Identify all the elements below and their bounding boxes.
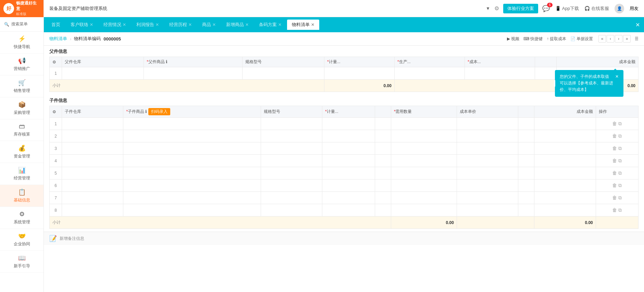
delete-icon[interactable]: 🗑	[612, 207, 617, 213]
sidebar-item-enterprise[interactable]: 🤝 企业协同	[0, 229, 44, 251]
dropdown-button[interactable]: ▼	[486, 6, 490, 11]
sidebar-item-purchase[interactable]: 📦 采购管理	[0, 97, 44, 119]
child-cell-unit[interactable]	[322, 204, 375, 217]
tab-close-icon[interactable]: ✕	[278, 22, 282, 27]
parent-cell-produce[interactable]	[394, 67, 465, 80]
child-cell-qty[interactable]	[391, 204, 457, 217]
child-cell-qty[interactable]	[391, 167, 457, 179]
tab-new-goods[interactable]: 新增商品 ✕	[221, 20, 253, 30]
child-cell-goods[interactable]	[123, 155, 261, 167]
sidebar-item-quick-nav[interactable]: ⚡ 快捷导航	[0, 32, 44, 54]
first-page-button[interactable]: «	[598, 35, 606, 43]
child-col-settings[interactable]: ⚙	[50, 106, 62, 118]
copy-icon[interactable]: ⧉	[618, 133, 622, 139]
child-cell-unit-cost[interactable]	[457, 118, 518, 130]
sidebar-item-inventory[interactable]: 🗃 库存核算	[0, 119, 44, 141]
delete-icon[interactable]: 🗑	[612, 195, 617, 201]
prev-page-button[interactable]: ‹	[607, 35, 614, 43]
sidebar-item-sales[interactable]: 🛒 销售管理	[0, 75, 44, 97]
tab-close-icon[interactable]: ✕	[123, 22, 126, 27]
delete-icon[interactable]: 🗑	[612, 145, 617, 151]
shortcut-button[interactable]: ⌨ 快捷键	[523, 36, 543, 42]
child-cell-goods[interactable]	[123, 179, 261, 192]
child-cell-unit[interactable]	[322, 167, 375, 179]
copy-icon[interactable]: ⧉	[618, 170, 622, 176]
sidebar-item-basic-info[interactable]: 📋 基础信息	[0, 185, 44, 207]
child-cell-spec[interactable]	[261, 130, 322, 142]
child-cell-goods[interactable]	[123, 167, 261, 179]
tab-close-icon[interactable]: ✕	[245, 22, 249, 27]
child-cell-unit[interactable]	[322, 179, 375, 192]
copy-icon[interactable]: ⧉	[618, 207, 622, 213]
child-cell-spec[interactable]	[261, 142, 322, 155]
child-cell-spec[interactable]	[261, 192, 322, 204]
view-video-button[interactable]: ▶ 视频	[507, 36, 519, 42]
tab-close-icon[interactable]: ✕	[212, 22, 216, 27]
trial-button[interactable]: 体验行业方案	[503, 4, 538, 13]
sidebar-item-marketing[interactable]: 📢 营销推广	[0, 54, 44, 75]
app-download-button[interactable]: 📱 App下载	[555, 5, 579, 12]
sidebar-item-finance[interactable]: 💰 资金管理	[0, 141, 44, 163]
delete-icon[interactable]: 🗑	[612, 170, 617, 176]
child-cell-warehouse[interactable]	[62, 130, 123, 142]
child-cell-unit-cost[interactable]	[457, 142, 518, 155]
child-cell-goods[interactable]	[123, 142, 261, 155]
tooltip-close-button[interactable]: ✕	[615, 73, 619, 80]
copy-icon[interactable]: ⧉	[618, 121, 622, 127]
child-cell-qty[interactable]	[391, 192, 457, 204]
delete-icon[interactable]: 🗑	[612, 121, 617, 127]
close-all-tabs-icon[interactable]: ✕	[634, 20, 641, 30]
child-cell-goods[interactable]	[123, 192, 261, 204]
add-note-icon[interactable]: 📝	[49, 235, 57, 242]
child-cell-unit[interactable]	[322, 142, 375, 155]
child-cell-qty[interactable]	[391, 118, 457, 130]
user-area[interactable]: 👤	[615, 4, 624, 13]
message-area[interactable]: 💬 6	[542, 5, 550, 12]
parent-cell-warehouse[interactable]	[62, 67, 144, 80]
child-cell-unit[interactable]	[322, 130, 375, 142]
sidebar-item-system[interactable]: ⚙ 系统管理	[0, 207, 44, 229]
child-cell-unit[interactable]	[322, 118, 375, 130]
scan-input-button[interactable]: 扫码录入	[148, 108, 170, 115]
parent-col-settings[interactable]: ⚙	[50, 57, 62, 67]
child-cell-goods[interactable]	[123, 130, 261, 142]
last-page-button[interactable]: »	[623, 35, 631, 43]
child-cell-unit-cost[interactable]	[457, 179, 518, 192]
tab-barcode[interactable]: 条码方案 ✕	[254, 20, 286, 30]
parent-cell-spec[interactable]	[242, 67, 324, 80]
child-cell-unit-cost[interactable]	[457, 192, 518, 204]
child-cell-warehouse[interactable]	[62, 192, 123, 204]
child-cell-unit-cost[interactable]	[457, 167, 518, 179]
copy-icon[interactable]: ⧉	[618, 145, 622, 151]
child-cell-warehouse[interactable]	[62, 204, 123, 217]
tab-close-icon[interactable]: ✕	[156, 22, 159, 27]
child-cell-unit-cost[interactable]	[457, 155, 518, 167]
child-cell-warehouse[interactable]	[62, 179, 123, 192]
delete-icon[interactable]: 🗑	[612, 158, 617, 164]
search-area[interactable]: 🔍 搜索菜单	[0, 17, 44, 32]
single-setting-button[interactable]: 📄 单据设置	[570, 36, 593, 42]
online-support-button[interactable]: 🎧 在线客服	[584, 5, 609, 12]
delete-icon[interactable]: 🗑	[612, 183, 617, 188]
parent-cell-cost[interactable]	[465, 67, 535, 80]
tab-profit[interactable]: 利润报告 ✕	[132, 20, 164, 30]
tab-bom[interactable]: 物料清单 ✕	[287, 20, 319, 30]
child-cell-spec[interactable]	[261, 179, 322, 192]
child-cell-unit[interactable]	[322, 192, 375, 204]
expand-icon-button[interactable]: ☰	[635, 36, 639, 41]
child-cell-unit-cost[interactable]	[457, 204, 518, 217]
child-cell-goods[interactable]	[123, 118, 261, 130]
child-cell-qty[interactable]	[391, 179, 457, 192]
child-cell-spec[interactable]	[261, 118, 322, 130]
child-cell-spec[interactable]	[261, 204, 322, 217]
breadcrumb-parent[interactable]: 物料清单	[49, 36, 67, 42]
child-cell-spec[interactable]	[261, 167, 322, 179]
child-cell-spec[interactable]	[261, 155, 322, 167]
child-cell-warehouse[interactable]	[62, 142, 123, 155]
child-cell-unit-cost[interactable]	[457, 130, 518, 142]
tab-customer[interactable]: 客户联络 ✕	[66, 20, 98, 30]
tab-close-icon[interactable]: ✕	[90, 22, 93, 27]
extract-cost-button[interactable]: ↑ 提取成本	[547, 36, 566, 42]
child-cell-unit[interactable]	[322, 155, 375, 167]
tab-goods[interactable]: 商品 ✕	[197, 20, 221, 30]
